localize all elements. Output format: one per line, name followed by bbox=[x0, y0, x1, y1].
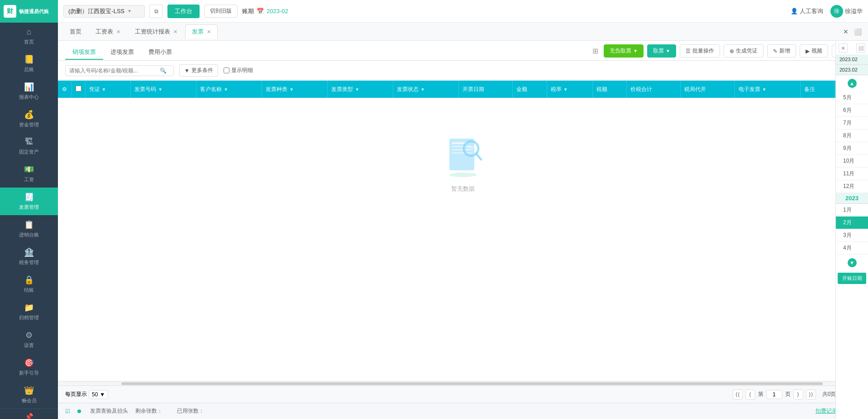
invoice-type-filter-icon[interactable]: ▼ bbox=[289, 87, 294, 92]
sub-tab-expense-receipt[interactable]: 费用小票 bbox=[141, 45, 179, 60]
user-avatar[interactable]: 徐 徐溢华 bbox=[830, 5, 863, 18]
show-detail-check[interactable]: 显示明细 bbox=[224, 67, 253, 74]
win-max-btn[interactable]: ⬜ bbox=[853, 27, 863, 37]
empty-state: 暂无数据 bbox=[58, 98, 868, 229]
search-input[interactable] bbox=[69, 67, 160, 74]
e-invoice-filter-icon[interactable]: ▼ bbox=[762, 87, 767, 92]
invoice-no-filter-icon[interactable]: ▼ bbox=[158, 87, 162, 92]
sidebar-item-invoice[interactable]: 🧾 发票管理 bbox=[0, 188, 58, 215]
tab-invoice[interactable]: 发票 ✕ bbox=[185, 24, 218, 39]
sidebar-item-close[interactable]: 🔒 结账 bbox=[0, 270, 58, 298]
date-month-2023-3[interactable]: 3月 bbox=[836, 229, 868, 242]
win-close-btn[interactable]: ✕ bbox=[841, 27, 851, 37]
new-icon: ✎ bbox=[773, 48, 777, 54]
date-month-5[interactable]: 5月 bbox=[836, 92, 868, 104]
first-page-btn[interactable]: ⟨⟨ bbox=[733, 390, 743, 400]
date-month-8[interactable]: 8月 bbox=[836, 130, 868, 142]
copy-company-btn[interactable]: ⧉ bbox=[149, 5, 163, 18]
deduction-label: 取票 bbox=[653, 47, 664, 55]
page-size-selector[interactable]: 50 ▼ bbox=[89, 390, 108, 399]
tax-rate-filter-icon[interactable]: ▼ bbox=[563, 87, 568, 92]
date-month-11[interactable]: 11月 bbox=[836, 168, 868, 180]
date-month-2023-1[interactable]: 1月 bbox=[836, 204, 868, 217]
sidebar-unpin[interactable]: 📌 取消固定 bbox=[0, 409, 58, 419]
th-open-date-label: 开票日期 bbox=[463, 86, 484, 93]
date-month-6[interactable]: 6月 bbox=[836, 104, 868, 117]
scrollbar-thumb[interactable] bbox=[121, 382, 823, 385]
tab-salary-stats[interactable]: 工资统计报表 ✕ bbox=[128, 24, 184, 39]
sub-tab-purchase-invoice[interactable]: 进项发票 bbox=[103, 45, 141, 60]
generate-cert-btn[interactable]: ⊕ 生成凭证 bbox=[724, 44, 763, 58]
sidebar-item-settings[interactable]: ⚙ 设置 bbox=[0, 326, 58, 353]
expand-down-btn[interactable]: ▼ bbox=[848, 258, 857, 267]
invoice-icon: 🧾 bbox=[24, 192, 34, 202]
sub-tab-sales-invoice[interactable]: 销项发票 bbox=[65, 45, 103, 60]
more-filter-btn[interactable]: ▼ 更多条件 bbox=[179, 64, 218, 77]
date-year-2023-item-1[interactable]: 2023.02 bbox=[836, 54, 868, 65]
date-month-12[interactable]: 12月 bbox=[836, 180, 868, 193]
sidebar-item-capital[interactable]: 💰 资金管理 bbox=[0, 105, 58, 133]
workspace-button[interactable]: 工作台 bbox=[167, 5, 200, 18]
tab-salary-stats-close[interactable]: ✕ bbox=[173, 29, 177, 35]
open-period-btn[interactable]: 开账日期 bbox=[838, 273, 866, 284]
grid-icon-btn[interactable]: ⊞ bbox=[592, 47, 598, 55]
svg-point-0 bbox=[449, 173, 477, 177]
batch-op-btn[interactable]: ☰ 批量操作 bbox=[680, 44, 720, 58]
footer-check-icon: ☑ bbox=[65, 408, 70, 414]
date-panel-close-btn[interactable]: ✕ bbox=[839, 43, 848, 53]
sidebar-item-sales[interactable]: 📋 进销台账 bbox=[0, 215, 58, 243]
sidebar-item-archive[interactable]: 📁 归档管理 bbox=[0, 298, 58, 326]
date-month-2023-2[interactable]: 2月 bbox=[836, 217, 868, 229]
tab-home[interactable]: 首页 bbox=[63, 25, 88, 39]
sidebar-item-fixed-assets[interactable]: 🏗 固定资产 bbox=[0, 133, 58, 160]
fixed-assets-icon: 🏗 bbox=[25, 137, 33, 147]
next-page-btn[interactable]: ⟩ bbox=[793, 390, 803, 400]
old-version-button[interactable]: 切到旧版 bbox=[204, 5, 238, 18]
cert-filter-icon[interactable]: ▼ bbox=[102, 87, 106, 92]
sidebar-item-salary[interactable]: 💵 工资 bbox=[0, 160, 58, 188]
video-icon: ▶ bbox=[806, 48, 810, 54]
tab-salary-table[interactable]: 工资表 ✕ bbox=[89, 24, 127, 39]
sidebar-item-reports[interactable]: 📊 报表中心 bbox=[0, 77, 58, 105]
date-year-2023-item-2[interactable]: 2023.02 bbox=[836, 65, 868, 75]
sidebar-item-member[interactable]: 👑 畅会员 bbox=[0, 381, 58, 409]
date-panel-max-btn[interactable]: ⬜ bbox=[856, 43, 865, 53]
support-btn[interactable]: 👤 人工客询 bbox=[791, 7, 823, 15]
last-page-btn[interactable]: ⟩⟩ bbox=[806, 390, 816, 400]
deduction-btn[interactable]: 取票 ▼ bbox=[647, 44, 676, 58]
sidebar-item-label: 报表中心 bbox=[19, 94, 39, 101]
select-all-checkbox[interactable] bbox=[76, 86, 81, 92]
table-wrap: ⚙ 凭证 ▼ 发票号码 bbox=[58, 81, 868, 381]
th-tax-total: 价税合计 bbox=[626, 81, 680, 98]
th-checkbox[interactable] bbox=[72, 81, 85, 98]
prev-page-btn[interactable]: ⟨ bbox=[745, 390, 755, 400]
th-settings[interactable]: ⚙ bbox=[58, 81, 72, 98]
sidebar-item-home[interactable]: ⌂ 首页 bbox=[0, 23, 58, 50]
invoice-status-filter-icon[interactable]: ▼ bbox=[420, 87, 425, 92]
more-filter-label: 更多条件 bbox=[191, 67, 213, 74]
recharge-link[interactable]: 扣费记录 bbox=[816, 407, 837, 415]
customer-filter-icon[interactable]: ▼ bbox=[224, 87, 228, 92]
date-month-10[interactable]: 10月 bbox=[836, 155, 868, 168]
page-number-input[interactable] bbox=[766, 390, 782, 399]
topbar: (勿删）江西股宝-LSS ▼ ⧉ 工作台 切到旧版 账期 📅 2023-02 👤… bbox=[58, 0, 868, 23]
video-btn[interactable]: ▶ 视频 bbox=[800, 44, 828, 58]
show-detail-checkbox[interactable] bbox=[224, 67, 229, 73]
no-deduction-btn[interactable]: 无负取票 ▼ bbox=[604, 44, 644, 58]
company-selector[interactable]: (勿删）江西股宝-LSS ▼ bbox=[63, 5, 145, 18]
invoice-cat-filter-icon[interactable]: ▼ bbox=[355, 87, 359, 92]
expand-down-area: ▼ bbox=[836, 255, 868, 271]
year-2022-expand-btn[interactable]: ▲ bbox=[848, 79, 857, 88]
reports-icon: 📊 bbox=[24, 82, 34, 92]
sidebar-item-tax[interactable]: 🏦 税务管理 bbox=[0, 243, 58, 270]
date-month-7[interactable]: 7月 bbox=[836, 117, 868, 130]
sidebar-item-general-ledger[interactable]: 📒 总账 bbox=[0, 50, 58, 77]
show-detail-label: 显示明细 bbox=[231, 67, 253, 74]
date-month-9[interactable]: 9月 bbox=[836, 142, 868, 155]
date-month-2023-4[interactable]: 4月 bbox=[836, 242, 868, 255]
tab-salary-close[interactable]: ✕ bbox=[116, 29, 120, 35]
sidebar-item-guide[interactable]: 🎯 新手引导 bbox=[0, 353, 58, 381]
new-btn[interactable]: ✎ 新增 bbox=[767, 44, 796, 58]
scrollbar-area[interactable] bbox=[58, 381, 868, 385]
tab-invoice-close[interactable]: ✕ bbox=[207, 29, 211, 35]
